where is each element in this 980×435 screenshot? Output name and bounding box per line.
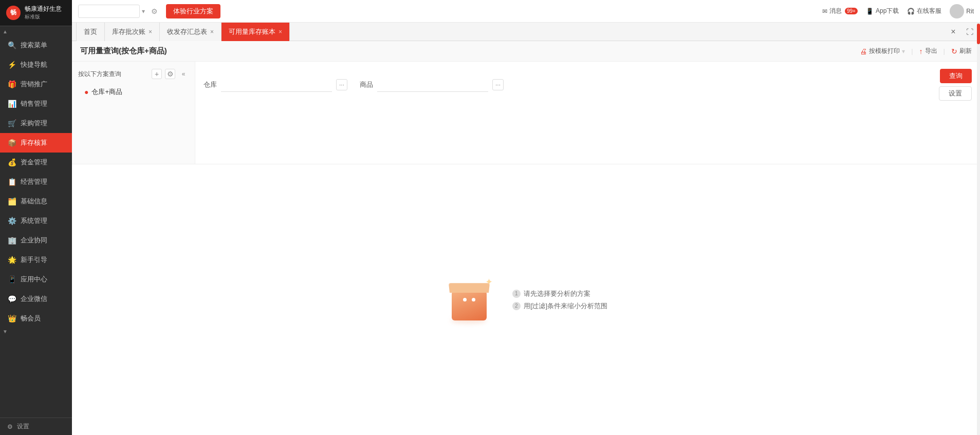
tab-batch-ledger-close[interactable]: × — [149, 28, 152, 35]
print-button[interactable]: 🖨 按模板打印 ▾ — [860, 47, 905, 55]
sidebar-item-search[interactable]: 🔍 搜索菜单 — [0, 35, 72, 55]
hint-num-1: 1 — [512, 290, 521, 298]
product-more-button[interactable]: ··· — [492, 79, 504, 90]
sidebar-footer-label: 设置 — [17, 422, 29, 431]
hint-text-1: 请先选择要分析的方案 — [524, 289, 590, 298]
empty-hint-1: 1 请先选择要分析的方案 — [512, 289, 607, 298]
sidebar-item-newbie[interactable]: 🌟 新手引导 — [0, 250, 72, 270]
message-button[interactable]: ✉ 消息 99+ — [822, 7, 858, 15]
topbar-gear-icon[interactable]: ⚙ — [151, 7, 158, 15]
sidebar-item-label: 快捷导航 — [21, 60, 47, 69]
sidebar-item-marketing[interactable]: 🎁 营销推广 — [0, 74, 72, 94]
marketing-icon: 🎁 — [7, 80, 16, 88]
username-label: Rit — [966, 8, 974, 15]
page-title: 可用量查询(按仓库+商品) — [80, 46, 167, 56]
sidebar-company-name: 畅康通好生意 — [25, 5, 62, 13]
query-sidebar-label: 按以下方案查询 — [78, 70, 121, 79]
tab-receipt-summary[interactable]: 收发存汇总表 × — [160, 23, 221, 41]
sidebar-item-finance[interactable]: 💰 资金管理 — [0, 153, 72, 172]
empty-state: ✦ 1 请先选择要分析的方案 2 用[过滤]条件来缩小分析范围 — [72, 164, 980, 435]
sidebar-item-purchase[interactable]: 🛒 采购管理 — [0, 114, 72, 133]
tab-available-ledger-label: 可用量库存账本 — [229, 27, 275, 36]
sidebar-item-system[interactable]: ⚙️ 系统管理 — [0, 211, 72, 231]
tab-available-ledger-close[interactable]: × — [279, 28, 282, 35]
basic-icon: 🗂️ — [7, 197, 16, 205]
headset-icon: 🎧 — [907, 8, 915, 15]
tab-home[interactable]: 首页 — [76, 23, 105, 41]
scroll-down-arrow[interactable]: ▼ — [0, 328, 10, 335]
scheme-item-warehouse-product[interactable]: ● 仓库+商品 — [72, 83, 195, 101]
page-actions: 🖨 按模板打印 ▾ | ↑ 导出 | ↻ 刷新 — [860, 47, 972, 55]
product-input[interactable] — [377, 78, 488, 92]
collapse-button[interactable]: « — [178, 69, 189, 79]
sidebar-item-quicknav[interactable]: ⚡ 快捷导航 — [0, 55, 72, 74]
online-service-button[interactable]: 🎧 在线客服 — [907, 7, 941, 15]
user-avatar[interactable]: Rit — [950, 4, 974, 18]
sidebar-item-basic[interactable]: 🗂️ 基础信息 — [0, 192, 72, 211]
scheme-icon: ● — [84, 88, 88, 96]
sidebar-item-label: 企业协同 — [21, 236, 47, 245]
print-label: 按模板打印 — [869, 47, 900, 55]
tabbar-close-all-button[interactable]: × — [947, 26, 959, 38]
topbar-right: ✉ 消息 99+ 📱 App下载 🎧 在线客服 Rit — [822, 4, 974, 18]
scrollbar-thumb[interactable] — [977, 24, 980, 44]
export-button[interactable]: ↑ 导出 — [919, 47, 937, 55]
sidebar-item-label: 畅会员 — [21, 314, 41, 323]
sidebar-item-sales[interactable]: 📊 销售管理 — [0, 94, 72, 114]
refresh-button[interactable]: ↻ 刷新 — [951, 47, 972, 55]
warehouse-input[interactable] — [221, 78, 332, 92]
sidebar-item-operation[interactable]: 📋 经营管理 — [0, 172, 72, 192]
hint-num-2: 2 — [512, 302, 521, 310]
system-icon: ⚙️ — [7, 217, 16, 225]
industry-solution-button[interactable]: 体验行业方案 — [166, 4, 220, 18]
tab-receipt-summary-label: 收发存汇总表 — [167, 27, 207, 36]
tab-receipt-summary-close[interactable]: × — [210, 28, 214, 35]
sidebar-item-inventory[interactable]: 📦 库存核算 — [0, 133, 72, 153]
action-separator: | — [911, 47, 913, 55]
sidebar-item-label: 新手引导 — [21, 255, 47, 264]
refresh-label: 刷新 — [959, 47, 972, 55]
app-download-button[interactable]: 📱 App下载 — [866, 7, 899, 15]
hint-text-2: 用[过滤]条件来缩小分析范围 — [524, 301, 607, 311]
warehouse-more-button[interactable]: ··· — [336, 79, 347, 90]
sidebar-item-label: 资金管理 — [21, 158, 47, 167]
sidebar-item-label: 库存核算 — [21, 138, 47, 147]
sidebar-item-member[interactable]: 👑 畅会员 — [0, 309, 72, 328]
settings-scheme-button[interactable]: ⚙ — [165, 69, 175, 79]
filter-actions: 查询 设置 — [939, 69, 972, 101]
right-scrollbar[interactable] — [977, 23, 980, 435]
add-scheme-button[interactable]: + — [152, 69, 162, 79]
tab-batch-ledger-label: 库存批次账 — [112, 27, 145, 36]
sidebar-item-wechat[interactable]: 💬 企业微信 — [0, 289, 72, 309]
query-button[interactable]: 查询 — [940, 69, 972, 83]
empty-hints: 1 请先选择要分析的方案 2 用[过滤]条件来缩小分析范围 — [512, 289, 607, 311]
tabbar-expand-button[interactable]: ⛶ — [964, 26, 976, 38]
query-area: 按以下方案查询 + ⚙ « ● 仓库+商品 仓库 — [72, 62, 980, 164]
sidebar-item-appcenter[interactable]: 📱 应用中心 — [0, 270, 72, 289]
sidebar-item-label: 企业微信 — [21, 294, 47, 304]
appcenter-icon: 📱 — [7, 275, 16, 283]
sidebar-edition: 标准版 — [25, 13, 62, 21]
topbar-search-input[interactable] — [78, 5, 140, 18]
product-label: 商品 — [360, 80, 373, 89]
tab-home-label: 首页 — [84, 27, 97, 36]
purchase-icon: 🛒 — [7, 119, 16, 127]
search-icon: 🔍 — [7, 41, 16, 49]
tab-available-ledger[interactable]: 可用量库存账本 × — [221, 23, 290, 41]
empty-illustration: ✦ — [445, 274, 496, 326]
topbar-dropdown-icon[interactable]: ▾ — [142, 8, 145, 15]
sidebar-item-label: 销售管理 — [21, 99, 47, 108]
topbar: ▾ ⚙ 体验行业方案 ✉ 消息 99+ 📱 App下载 🎧 在线客服 Rit — [72, 0, 980, 23]
export-icon: ↑ — [919, 47, 923, 55]
settings-icon: ⚙ — [7, 423, 13, 430]
action-separator2: | — [944, 47, 945, 55]
tab-batch-ledger[interactable]: 库存批次账 × — [105, 23, 160, 41]
sidebar-item-label: 应用中心 — [21, 275, 47, 284]
scheme-item-label: 仓库+商品 — [91, 87, 122, 97]
sidebar-item-corp[interactable]: 🏢 企业协同 — [0, 231, 72, 250]
message-label: 消息 — [829, 7, 842, 15]
scroll-up-arrow[interactable]: ▲ — [0, 28, 10, 35]
corp-icon: 🏢 — [7, 236, 16, 244]
settings-button[interactable]: 设置 — [939, 86, 972, 101]
empty-hint-2: 2 用[过滤]条件来缩小分析范围 — [512, 301, 607, 311]
